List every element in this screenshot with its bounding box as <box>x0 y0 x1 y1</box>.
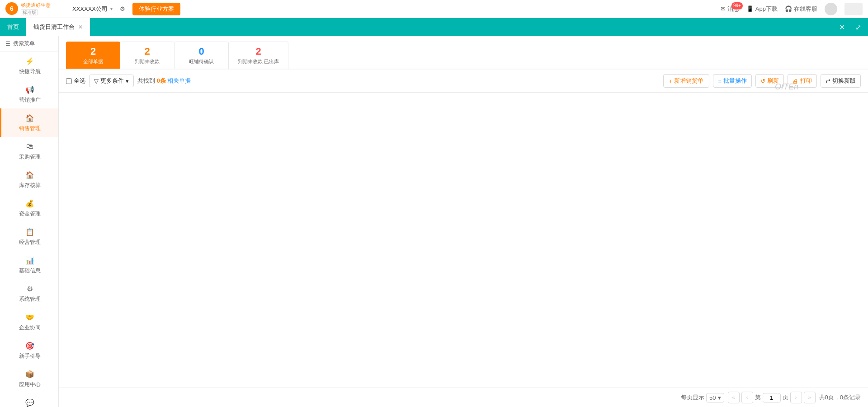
filter-label: 更多条件 <box>100 77 124 85</box>
page-size-select[interactable]: 50 ▾ <box>706 393 724 402</box>
stat-tab-all[interactable]: 2 全部单据 <box>66 42 120 69</box>
sidebar-search-label: 搜索菜单 <box>13 40 35 47</box>
found-count: 0条 <box>157 77 166 84</box>
search-icon: ☰ <box>5 41 10 47</box>
sidebar-item-wechat[interactable]: 💬 企业微信 <box>0 393 58 407</box>
sidebar-item-basic-info[interactable]: 📊 基础信息 <box>0 251 58 279</box>
top-header: 6 畅捷通好生意 标准版 XXXXXX公司 ▾ ⚙ 体验行业方案 ✉ 消息 99… <box>0 0 868 18</box>
avatar[interactable] <box>825 3 837 15</box>
message-button[interactable]: ✉ 消息 99+ <box>721 5 739 13</box>
batch-icon: ≡ <box>718 78 722 84</box>
online-service-button[interactable]: 🎧 在线客服 <box>785 5 817 13</box>
add-sale-button[interactable]: + 新增销货单 <box>663 74 710 88</box>
tab-home[interactable]: 首页 <box>0 18 26 36</box>
tab-workbench[interactable]: 钱货日清工作台 ✕ <box>26 18 90 36</box>
gear-button[interactable]: ⚙ <box>116 3 129 15</box>
app-download-button[interactable]: 📱 App下载 <box>746 5 778 13</box>
next-page-button[interactable]: › <box>790 392 802 403</box>
chevron-down-icon: ▾ <box>110 6 113 11</box>
tab-bar: 首页 钱货日清工作台 ✕ ✕ ⤢ <box>0 18 868 36</box>
pagination-bar: 每页显示 50 ▾ « ‹ 第 页 › » 共0页，0条记录 <box>59 388 868 407</box>
add-icon: + <box>669 78 673 84</box>
online-service-label: 在线客服 <box>794 5 817 13</box>
sidebar-item-purchase[interactable]: 🛍 采购管理 <box>0 137 58 165</box>
logo-area: 6 畅捷通好生意 标准版 <box>5 2 64 15</box>
tab-bar-actions: ✕ ⤢ <box>832 18 868 36</box>
switch-version-button[interactable]: ⇄ 切换新版 <box>821 74 861 88</box>
tab-home-label: 首页 <box>7 23 19 31</box>
main-layout: ☰ 搜索菜单 ⚡ 快捷导航 📢 营销推广 🏠 销售管理 🛍 采购管理 🏠 库存核… <box>0 36 868 407</box>
tab-close-all-button[interactable]: ✕ <box>835 21 848 33</box>
total-text: 共0页，0条记录 <box>819 393 861 402</box>
related-link[interactable]: 相关单据 <box>167 77 191 84</box>
wechat-icon: 💬 <box>25 398 35 407</box>
system-icon: ⚙ <box>25 284 35 294</box>
stat-number-overdue: 2 <box>129 46 165 57</box>
stat-number-shipped: 2 <box>238 46 279 57</box>
sidebar-item-marketing[interactable]: 📢 营销推广 <box>0 80 58 108</box>
sidebar-search[interactable]: ☰ 搜索菜单 <box>0 36 58 51</box>
gear-icon: ⚙ <box>120 5 125 12</box>
company-name: XXXXXX公司 <box>72 5 108 13</box>
sidebar-item-sales[interactable]: 🏠 销售管理 <box>0 108 58 137</box>
stat-tab-shipped[interactable]: 2 到期未收款 已出库 <box>229 42 288 69</box>
page-nav: « ‹ 第 页 › » <box>728 392 816 403</box>
stat-number-all: 2 <box>75 46 111 57</box>
sidebar-item-label: 企业协同 <box>19 324 41 332</box>
sidebar-item-label: 经营管理 <box>19 239 41 246</box>
marketing-icon: 📢 <box>25 84 35 94</box>
trial-button[interactable]: 体验行业方案 <box>132 3 180 15</box>
company-selector[interactable]: XXXXXX公司 ▾ <box>69 3 116 15</box>
tab-close-icon[interactable]: ✕ <box>78 24 83 30</box>
stat-tab-overdue[interactable]: 2 到期未收款 <box>120 42 175 69</box>
sidebar-item-label: 快捷导航 <box>19 68 41 75</box>
select-all-checkbox[interactable]: 全选 <box>66 77 85 85</box>
sidebar-item-finance[interactable]: 💰 资金管理 <box>0 194 58 222</box>
filter-button[interactable]: ▽ 更多条件 ▾ <box>89 75 134 87</box>
stat-label-shipped: 到期未收款 已出库 <box>238 58 279 65</box>
sidebar-item-inventory[interactable]: 🏠 库存核算 <box>0 165 58 194</box>
stat-label-overdue: 到期未收款 <box>129 58 165 65</box>
refresh-label: 刷新 <box>767 77 779 85</box>
sidebar-item-system[interactable]: ⚙ 系统管理 <box>0 279 58 308</box>
header-right: ✉ 消息 99+ 📱 App下载 🎧 在线客服 <box>721 3 863 15</box>
page-prefix: 第 <box>755 393 761 402</box>
batch-label: 批量操作 <box>723 77 747 85</box>
refresh-icon: ↺ <box>760 78 765 84</box>
toolbar-left: 全选 ▽ 更多条件 ▾ 共找到 0条 相关单据 <box>66 75 660 87</box>
message-icon: ✉ <box>721 5 726 12</box>
inventory-icon: 🏠 <box>25 170 35 180</box>
page-input[interactable] <box>763 393 781 402</box>
batch-button[interactable]: ≡ 批量操作 <box>713 74 752 88</box>
per-page-label: 每页显示 <box>681 393 704 402</box>
last-page-button[interactable]: » <box>804 392 816 403</box>
sidebar-item-operations[interactable]: 📋 经营管理 <box>0 222 58 251</box>
print-button[interactable]: 🖨 打印 <box>788 74 817 88</box>
tab-expand-button[interactable]: ⤢ <box>852 21 864 33</box>
first-page-button[interactable]: « <box>728 392 740 403</box>
select-all-input[interactable] <box>66 78 72 84</box>
page-size-chevron-icon: ▾ <box>718 394 721 401</box>
stats-tabs: 2 全部单据 2 到期未收款 0 旺铺待确认 2 到期未收款 已出库 <box>59 36 868 69</box>
prev-page-button[interactable]: ‹ <box>741 392 753 403</box>
sidebar-item-label: 资金管理 <box>19 210 41 218</box>
table-area <box>59 93 868 388</box>
operations-icon: 📋 <box>25 227 35 237</box>
logo-text: 畅捷通好生意 <box>21 2 51 8</box>
stat-label-pending: 旺铺待确认 <box>184 58 219 65</box>
sidebar-item-enterprise[interactable]: 🤝 企业协同 <box>0 308 58 336</box>
toolbar: 全选 ▽ 更多条件 ▾ 共找到 0条 相关单据 + 新增销货单 ≡ <box>59 70 868 93</box>
sidebar-item-quick-nav[interactable]: ⚡ 快捷导航 <box>0 51 58 80</box>
stat-tab-pending[interactable]: 0 旺铺待确认 <box>175 42 229 69</box>
filter-chevron-icon: ▾ <box>126 78 129 84</box>
enterprise-icon: 🤝 <box>25 312 35 322</box>
sidebar-item-guide[interactable]: 🎯 新手引导 <box>0 336 58 365</box>
purchase-icon: 🛍 <box>25 141 35 151</box>
basic-info-icon: 📊 <box>25 255 35 265</box>
page-suffix: 页 <box>783 393 788 402</box>
logo-tag: 标准版 <box>21 9 38 15</box>
refresh-button[interactable]: ↺ 刷新 <box>755 74 784 88</box>
stat-label-all: 全部单据 <box>75 58 111 65</box>
sidebar-item-app-center[interactable]: 📦 应用中心 <box>0 365 58 393</box>
avatar-extra <box>844 3 863 15</box>
